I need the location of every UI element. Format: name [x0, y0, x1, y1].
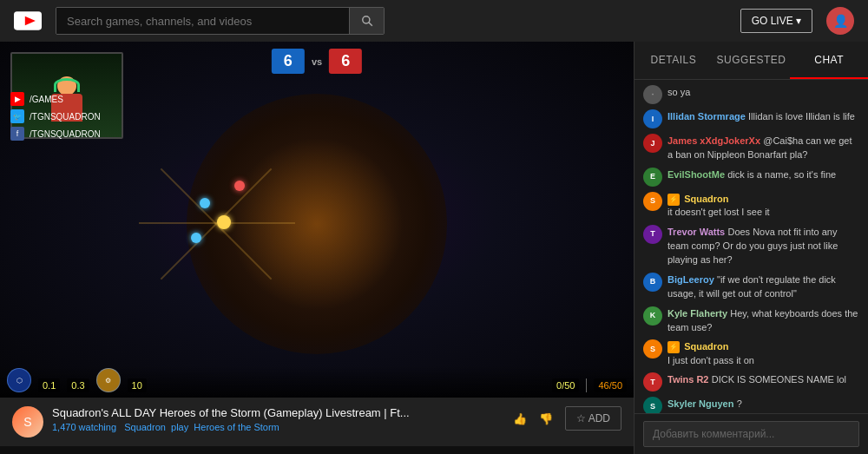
dislike-button[interactable]: 👎: [539, 412, 553, 425]
chat-body-10: Skyler Nguyen ?: [667, 397, 859, 411]
avatar-9: T: [643, 372, 662, 391]
avatar-10: S: [643, 397, 662, 413]
avatar-6: B: [643, 273, 662, 292]
svg-point-2: [363, 16, 370, 23]
arena-visual: [87, 94, 547, 354]
avatar-7: K: [643, 306, 662, 326]
main-layout: 6 vs 6 01:48: [0, 42, 868, 454]
chat-body-2: James xXdgJokerXx @Cai$ha can we get a b…: [667, 134, 859, 162]
watch-count: 1,470 watching: [52, 422, 116, 432]
chat-body-9: Twins R2 DICK IS SOMEONES NAME lol: [667, 372, 859, 386]
header: GO LIVE ▾ 👤: [0, 0, 868, 42]
chat-text-8: I just don't pass it on: [667, 354, 859, 367]
chat-text-9: DICK IS SOMEONES NAME lol: [712, 374, 846, 385]
mod-badge-8: ⚡: [667, 341, 680, 353]
hud-score-3: 10: [128, 378, 147, 392]
game-name[interactable]: Heroes of the Storm: [194, 422, 279, 432]
hud-score-1: 0.1: [38, 378, 60, 392]
chat-message-1: I Illidan Stormrage Illidan is love Illi…: [643, 109, 859, 128]
chat-text-3: dick is a name, so it's fine: [727, 169, 836, 180]
play-label: play: [171, 422, 188, 432]
chat-text-1: Illidan is love Illidan is life: [748, 111, 855, 122]
chat-text-4: it doesn't get lost I see it: [667, 206, 859, 219]
avatar-8: S: [643, 339, 662, 359]
score-bar: 6 vs 6: [272, 49, 362, 74]
chat-body-3: EvilShootMe dick is a name, so it's fine: [667, 168, 859, 181]
username-3: EvilShootMe: [667, 169, 725, 180]
hud-score-2: 0.3: [67, 378, 89, 392]
tab-suggested[interactable]: SUGGESTED: [713, 42, 791, 79]
svg-line-3: [369, 23, 372, 26]
username-5: Trevor Watts: [667, 227, 725, 237]
username-2: James xXdgJokerXx: [667, 135, 760, 146]
chat-message-2: J James xXdgJokerXx @Cai$ha can we get a…: [643, 134, 859, 162]
video-player[interactable]: 6 vs 6 01:48: [0, 42, 634, 398]
username-7: Kyle Flaherty: [667, 308, 727, 319]
video-section: 6 vs 6 01:48: [0, 42, 634, 454]
chat-body-8: ⚡ Squadron I just don't pass it on: [667, 339, 859, 367]
chat-message-7: K Kyle Flaherty Hey, what keyboards does…: [643, 306, 859, 335]
hud-score-4: 0/50: [552, 378, 579, 392]
chat-section: DETAILS SUGGESTED CHAT · so ya I Illidan…: [634, 42, 868, 454]
chat-body-5: Trevor Watts Does Nova not fit into any …: [667, 225, 859, 267]
chat-text-0: so ya: [667, 87, 690, 97]
youtube-logo[interactable]: [14, 11, 42, 30]
chat-message-9: T Twins R2 DICK IS SOMEONES NAME lol: [643, 372, 859, 391]
facebook-icon: f: [10, 127, 24, 141]
like-button[interactable]: 👍: [513, 412, 527, 425]
username-8: Squadron: [684, 341, 728, 352]
chat-body-1: Illidan Stormrage Illidan is love Illida…: [667, 109, 859, 123]
avatar-3: E: [643, 168, 662, 187]
tab-chat[interactable]: CHAT: [790, 42, 868, 79]
video-info: S Squadron's ALL DAY Heroes of the Storm…: [0, 398, 634, 446]
go-live-button[interactable]: GO LIVE ▾: [740, 9, 812, 33]
username-6: BigLeeroy: [667, 274, 714, 285]
twitter-handle: 🐦 /TGNSQUADRON: [10, 109, 101, 123]
user-avatar[interactable]: 👤: [826, 7, 854, 35]
add-button[interactable]: ☆ ADD: [565, 406, 621, 431]
username-9: Twins R2: [667, 374, 708, 385]
search-bar: [56, 7, 385, 35]
channel-icon[interactable]: S: [12, 406, 43, 438]
username-4: Squadron: [684, 194, 728, 204]
chat-message-6: B BigLeeroy "if we don't regulate the di…: [643, 273, 859, 301]
chat-body-6: BigLeeroy "if we don't regulate the dick…: [667, 273, 859, 301]
username-1: Illidan Stormrage: [667, 111, 746, 122]
avatar-4: S: [643, 192, 662, 211]
youtube-icon: ▶: [10, 92, 24, 106]
channel-name[interactable]: Squadron: [124, 422, 166, 432]
score-red: 6: [329, 49, 362, 74]
chat-body-4: ⚡ Squadron it doesn't get lost I see it: [667, 192, 859, 220]
hud-icon-1: ⬡: [7, 368, 31, 392]
video-actions: 👍 👎 ☆ ADD: [513, 406, 621, 431]
social-overlay: ▶ /GAMES 🐦 /TGNSQUADRON f /TGNSQUADRON: [10, 92, 101, 141]
hud-icon-2: ⚙: [96, 368, 121, 392]
player-bottom-bar: ⬡ 0.1 0.3 ⚙ 10 0/50 46/50: [0, 366, 634, 398]
tab-details[interactable]: DETAILS: [635, 42, 713, 79]
chat-input-area: [635, 413, 868, 454]
chat-messages: · so ya I Illidan Stormrage Illidan is l…: [635, 80, 868, 413]
video-text: Squadron's ALL DAY Heroes of the Storm (…: [52, 406, 504, 432]
search-input[interactable]: [56, 8, 349, 34]
avatar-2: J: [643, 134, 662, 153]
chat-message-5: T Trevor Watts Does Nova not fit into an…: [643, 225, 859, 267]
chat-body-7: Kyle Flaherty Hey, what keyboards does t…: [667, 306, 859, 335]
hud-score-5: 46/50: [594, 378, 627, 392]
avatar-5: T: [643, 225, 662, 244]
chat-tabs: DETAILS SUGGESTED CHAT: [635, 42, 868, 80]
yt-handle: ▶ /GAMES: [10, 92, 101, 106]
score-blue: 6: [272, 49, 305, 74]
video-title: Squadron's ALL DAY Heroes of the Storm (…: [52, 406, 425, 419]
video-meta: 1,470 watching Squadron play Heroes of t…: [52, 422, 504, 432]
chat-message-8: S ⚡ Squadron I just don't pass it on: [643, 339, 859, 367]
avatar-0: ·: [643, 85, 662, 104]
chat-body-0: so ya: [667, 85, 859, 99]
chat-text-10: ?: [737, 398, 742, 409]
facebook-handle: f /TGNSQUADRON: [10, 127, 101, 141]
search-button[interactable]: [349, 8, 384, 34]
chat-input[interactable]: [643, 421, 859, 447]
chat-message-3: E EvilShootMe dick is a name, so it's fi…: [643, 168, 859, 187]
chat-message-0: · so ya: [643, 85, 859, 104]
avatar-1: I: [643, 109, 662, 128]
chat-message-4: S ⚡ Squadron it doesn't get lost I see i…: [643, 192, 859, 220]
